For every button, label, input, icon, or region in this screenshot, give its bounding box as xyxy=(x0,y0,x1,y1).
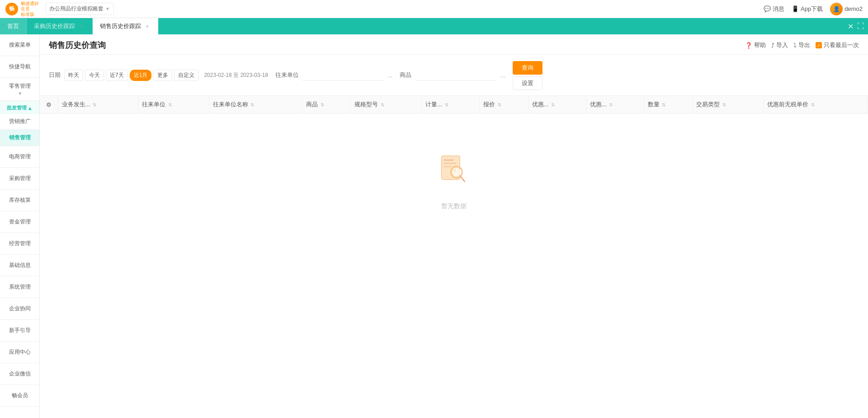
sidebar-item-inventory[interactable]: 库存核算 xyxy=(0,190,39,211)
th-trade-type[interactable]: 交易类型 ⇅ xyxy=(693,96,764,114)
export-action[interactable]: ⤵ 导出 xyxy=(793,41,810,49)
business-label: 经营管理 xyxy=(9,240,31,247)
purchase-tab-label: 采购历史价跟踪 xyxy=(34,22,75,30)
help-label: 帮助 xyxy=(754,41,766,49)
date-filter-label: 日期 xyxy=(49,71,61,79)
sidebar-item-enterprise-collab[interactable]: 企业协同 xyxy=(0,298,39,320)
page-title: 销售历史价查询 xyxy=(49,40,106,51)
date-btn-1month[interactable]: 近1月 xyxy=(130,70,152,81)
purchase-tab-close[interactable]: × xyxy=(78,23,85,30)
date-buttons: 昨天 今天 近7天 近1月 更多 自定义 xyxy=(64,70,198,81)
tab-bar: 首页 采购历史价跟踪 × 销售历史价跟踪 × ✕ ⛶ xyxy=(0,18,868,34)
sales-tab-close[interactable]: × xyxy=(144,23,151,30)
checkbox-label-text: 只看最后一次 xyxy=(824,41,859,49)
th-product[interactable]: 商品 ⇅ xyxy=(302,96,350,114)
tab-home[interactable]: 首页 xyxy=(0,18,27,34)
page-header-actions: ❓ 帮助 ⤴ 导入 ⤵ 导出 ✓ 只看最后一次 xyxy=(745,41,859,49)
partner-filter-group: 往来单位 ... xyxy=(275,70,393,81)
svg-point-7 xyxy=(454,169,456,171)
logo: 畅 畅捷通好生意 标准版 xyxy=(5,1,42,17)
sales-mgmt-label: 销售管理 xyxy=(9,134,31,142)
tab-close-all-icon[interactable]: ✕ xyxy=(848,22,854,31)
th-pre-tax-price[interactable]: 优惠前无税单价 ⇅ xyxy=(764,96,868,114)
th-gear[interactable]: ⚙ xyxy=(40,96,58,114)
date-btn-custom[interactable]: 自定义 xyxy=(174,70,198,81)
page-container: 销售历史价查询 ❓ 帮助 ⤴ 导入 ⤵ 导出 ✓ xyxy=(40,34,868,418)
wholesale-mgmt-label: 批发管理 xyxy=(7,104,27,111)
sidebar-item-basic-info[interactable]: 基础信息 xyxy=(0,255,39,276)
sort-icon-unit: ⇅ xyxy=(445,102,448,107)
th-biz-date[interactable]: 业务发生... ⇅ xyxy=(58,96,138,114)
date-btn-yesterday[interactable]: 昨天 xyxy=(64,70,83,81)
message-nav[interactable]: 💬 消息 xyxy=(764,5,784,13)
tab-purchase[interactable]: 采购历史价跟踪 × xyxy=(27,18,93,34)
settings-button[interactable]: 设置 xyxy=(513,76,542,90)
th-discount2[interactable]: 优惠... ⇅ xyxy=(586,96,644,114)
sidebar-item-quick-nav[interactable]: 快捷导航 xyxy=(0,56,39,78)
import-action[interactable]: ⤴ 导入 xyxy=(771,41,788,49)
th-quantity[interactable]: 数量 ⇅ xyxy=(644,96,692,114)
product-dots[interactable]: ... xyxy=(500,71,505,79)
table-header-row: ⚙ 业务发生... ⇅ 往来单位 ⇅ 往来单位名称 xyxy=(40,96,868,114)
date-btn-more[interactable]: 更多 xyxy=(153,70,172,81)
sales-tab-label: 销售历史价跟踪 xyxy=(100,22,141,30)
sidebar-item-ecommerce[interactable]: 电商管理 xyxy=(0,146,39,168)
top-bar: 畅 畅捷通好生意 标准版 办公用品行业模拟账套 ▼ 💬 消息 📱 App下载 👤… xyxy=(0,0,868,18)
sidebar-item-member[interactable]: 畅会员 xyxy=(0,385,39,407)
purchase-label: 采购管理 xyxy=(9,175,31,182)
sort-icon-partner-name: ⇅ xyxy=(250,102,254,107)
svg-rect-1 xyxy=(443,160,454,161)
tab-maximize-icon[interactable]: ⛶ xyxy=(857,22,864,30)
quick-nav-label: 快捷导航 xyxy=(9,63,31,71)
empty-text: 暂无数据 xyxy=(441,202,467,210)
date-range-text: 2023-02-18 至 2023-03-18 xyxy=(204,71,268,79)
logo-text: 畅捷通好生意 标准版 xyxy=(21,1,42,17)
empty-svg xyxy=(431,150,472,190)
sort-icon-quote: ⇅ xyxy=(498,102,501,107)
tab-bar-right: ✕ ⛶ xyxy=(844,18,868,34)
partner-input[interactable] xyxy=(302,70,384,81)
date-btn-7days[interactable]: 近7天 xyxy=(106,70,128,81)
product-filter-group: 商品 ... xyxy=(400,70,505,81)
sidebar-item-business[interactable]: 经营管理 xyxy=(0,233,39,255)
query-button[interactable]: 查询 xyxy=(513,61,542,75)
app-download-nav[interactable]: 📱 App下载 xyxy=(792,5,823,13)
sidebar-item-finance[interactable]: 资金管理 xyxy=(0,211,39,233)
product-input[interactable] xyxy=(415,70,496,81)
app-selector[interactable]: 办公用品行业模拟账套 ▼ xyxy=(45,3,114,15)
sidebar-item-retail-mgmt[interactable]: 零售管理 ▼ xyxy=(0,78,39,101)
sidebar-item-app-center[interactable]: 应用中心 xyxy=(0,342,39,363)
page-header: 销售历史价查询 ❓ 帮助 ⤴ 导入 ⤵ 导出 ✓ xyxy=(40,34,868,55)
sidebar-item-marketing[interactable]: 营销推广 xyxy=(0,114,39,130)
date-btn-today[interactable]: 今天 xyxy=(85,70,104,81)
sidebar-item-purchase[interactable]: 采购管理 xyxy=(0,168,39,190)
checkbox-checked-icon: ✓ xyxy=(816,42,822,48)
svg-rect-3 xyxy=(443,166,452,167)
import-icon: ⤴ xyxy=(771,42,774,49)
sidebar: 搜索菜单 快捷导航 零售管理 ▼ 批发管理 ▲ 营销推广 销售管理 电商管理 采… xyxy=(0,34,40,418)
th-partner[interactable]: 往来单位 ⇅ xyxy=(138,96,209,114)
sidebar-item-sales-mgmt[interactable]: 销售管理 xyxy=(0,130,39,146)
sort-icon-discount1: ⇅ xyxy=(551,102,555,107)
sidebar-item-system[interactable]: 系统管理 xyxy=(0,276,39,298)
svg-rect-2 xyxy=(443,163,457,164)
filter-bar: 日期 昨天 今天 近7天 近1月 更多 自定义 2023-02-18 至 202… xyxy=(40,55,868,96)
sidebar-item-search-menu[interactable]: 搜索菜单 xyxy=(0,34,39,56)
avatar: 👤 xyxy=(830,3,843,15)
sidebar-item-guide[interactable]: 新手引导 xyxy=(0,320,39,342)
sort-icon-trade-type: ⇅ xyxy=(722,102,726,107)
last-only-checkbox[interactable]: ✓ 只看最后一次 xyxy=(816,41,859,49)
sidebar-item-wechat-work[interactable]: 企业微信 xyxy=(0,363,39,385)
help-action[interactable]: ❓ 帮助 xyxy=(745,41,766,49)
user-nav[interactable]: 👤 demo2 xyxy=(830,3,863,15)
product-filter-label: 商品 xyxy=(400,71,411,79)
tab-sales[interactable]: 销售历史价跟踪 × xyxy=(93,18,158,34)
th-unit[interactable]: 计量... ⇅ xyxy=(422,96,480,114)
th-quote[interactable]: 报价 ⇅ xyxy=(480,96,528,114)
partner-dots[interactable]: ... xyxy=(387,71,393,79)
th-spec[interactable]: 规格型号 ⇅ xyxy=(351,96,422,114)
th-partner-name[interactable]: 往来单位名称 ⇅ xyxy=(209,96,302,114)
retail-mgmt-label: 零售管理 xyxy=(9,82,31,90)
sort-icon-quantity: ⇅ xyxy=(662,102,665,107)
th-discount1[interactable]: 优惠... ⇅ xyxy=(528,96,586,114)
